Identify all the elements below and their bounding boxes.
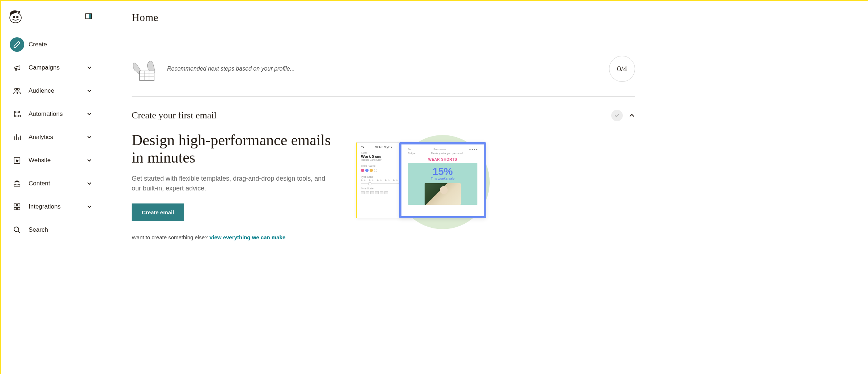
sidebar-item-audience[interactable]: Audience [1,79,101,102]
svg-rect-15 [14,207,16,210]
svg-rect-13 [14,204,16,206]
recommend-text: Recommended next steps based on your pro… [167,66,295,72]
mailchimp-logo-icon[interactable] [8,8,24,24]
nav-label: Create [29,41,92,48]
nav-label: Search [29,226,92,234]
svg-point-6 [15,88,17,91]
svg-rect-14 [18,204,20,206]
sidebar-item-integrations[interactable]: Integrations [1,195,101,218]
progress-indicator: 0/4 [609,56,635,82]
grid-icon [10,199,24,214]
chevron-down-icon [86,88,92,94]
divider [132,96,635,97]
mock-panel-title: Global Styles [375,146,392,149]
bar-chart-icon [10,130,24,144]
progress-value: 0/4 [617,64,627,73]
sidebar: Create Campaigns Audience [0,1,101,374]
sidebar-item-analytics[interactable]: Analytics [1,126,101,149]
nav-label: Website [29,157,86,164]
svg-rect-18 [140,71,154,80]
sidebar-item-automations[interactable]: Automations [1,102,101,126]
people-icon [10,84,24,98]
search-icon [10,223,24,237]
task-body: Design high-performance emails in minute… [132,131,635,240]
sidebar-item-search[interactable]: Search [1,218,101,241]
panel-toggle-icon[interactable] [85,13,92,20]
nav-label: Content [29,180,86,187]
create-email-button[interactable]: Create email [132,203,184,221]
chevron-down-icon [86,65,92,71]
chevron-down-icon [86,157,92,163]
task-complete-check[interactable] [611,110,623,121]
flow-icon [10,107,24,121]
recommend-left: Recommended next steps based on your pro… [132,56,295,82]
sidebar-header [1,8,101,33]
nav-label: Audience [29,87,86,94]
chevron-down-icon [86,204,92,210]
nav-label: Integrations [29,203,86,210]
alt-prompt-text: Want to create something else? [132,234,209,240]
svg-rect-16 [18,207,20,210]
task-header: Create your first email [132,110,635,121]
chevron-down-icon [86,134,92,140]
mock-brand: WEAR SHORTS [408,157,477,161]
page-title: Home [132,11,838,24]
megaphone-icon [10,60,24,75]
task-illustration: T▾ Global Styles Close Fonts Work Sans R… [356,131,493,226]
hands-typing-icon [132,56,161,82]
content-area: Recommended next steps based on your pro… [101,34,665,262]
alt-prompt-row: Want to create something else? View ever… [132,234,334,240]
mock-promo-card: 15% This week's sale [408,163,477,205]
sidebar-item-website[interactable]: Website [1,149,101,172]
cursor-square-icon [10,153,24,168]
mock-subject-label: Subject [408,152,416,155]
task-title: Create your first email [132,110,217,121]
tray-icon [10,176,24,191]
svg-point-1 [13,16,15,18]
task-controls [611,110,635,121]
view-everything-link[interactable]: View everything we can make [209,234,286,240]
mock-purchasers: Purchasers [434,148,446,151]
main-content: Home [101,1,868,374]
mock-sale-text: This week's sale [408,177,477,180]
mock-percent: 15% [408,167,477,177]
nav-label: Analytics [29,134,86,141]
recommend-row: Recommended next steps based on your pro… [132,56,635,82]
nav-list: Create Campaigns Audience [1,33,101,241]
task-description: Get started with flexible templates, dra… [132,174,334,193]
task-text: Design high-performance emails in minute… [132,131,334,240]
mock-subject: Thank you for you purchase! [431,152,463,155]
sidebar-item-campaigns[interactable]: Campaigns [1,56,101,79]
svg-point-2 [17,16,18,18]
task-heading: Design high-performance emails in minute… [132,131,334,167]
sidebar-item-content[interactable]: Content [1,172,101,195]
mock-to-label: To [408,148,410,151]
nav-label: Campaigns [29,64,86,71]
chevron-down-icon [86,111,92,117]
chevron-down-icon [86,181,92,186]
svg-rect-4 [89,14,92,19]
sidebar-item-create[interactable]: Create [1,33,101,56]
pencil-icon [10,37,24,52]
mock-photo [425,183,461,205]
svg-point-7 [17,88,19,91]
nav-label: Automations [29,110,86,118]
page-header: Home [101,1,868,34]
chevron-up-icon[interactable] [629,112,635,119]
mock-email-preview: ToPurchasers● ● ● ● SubjectThank you for… [399,142,486,218]
